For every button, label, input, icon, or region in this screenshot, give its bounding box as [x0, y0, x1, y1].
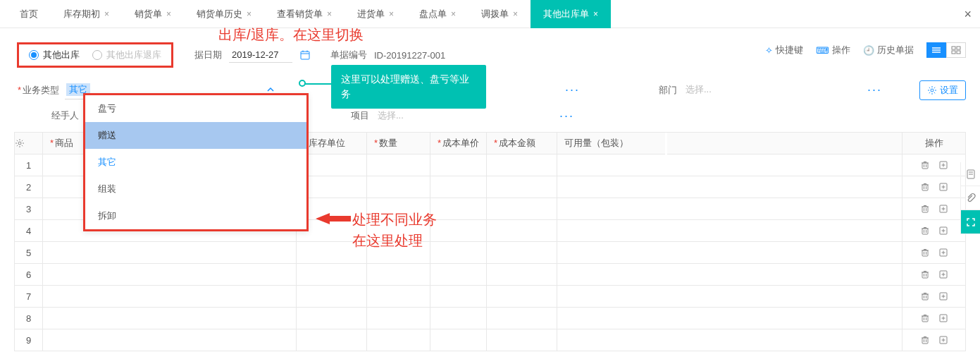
table-row[interactable]: 6: [15, 264, 966, 286]
cell-cost-amount[interactable]: [487, 154, 557, 176]
cell-qty[interactable]: [367, 198, 430, 220]
cell-qty[interactable]: [367, 264, 430, 286]
add-row-icon[interactable]: [938, 182, 948, 192]
project-select[interactable]: 选择...: [376, 107, 545, 126]
dropdown-option-disassemble[interactable]: 拆卸: [85, 202, 306, 229]
cell-cost-price[interactable]: [430, 154, 487, 176]
view-list-button[interactable]: [926, 42, 946, 58]
cell-cost-amount[interactable]: [487, 176, 557, 198]
col-settings[interactable]: [15, 133, 43, 154]
close-icon[interactable]: ×: [166, 9, 171, 19]
close-icon[interactable]: ×: [513, 9, 518, 19]
close-icon[interactable]: ×: [451, 9, 456, 19]
delete-row-icon[interactable]: [920, 160, 930, 170]
cell-qty[interactable]: [367, 176, 430, 198]
cell-cost-amount[interactable]: [487, 242, 557, 264]
tab-sales-history[interactable]: 销货单历史×: [184, 0, 264, 28]
delete-row-icon[interactable]: [920, 313, 930, 323]
delete-row-icon[interactable]: [920, 291, 930, 301]
tab-sales-order[interactable]: 销货单×: [122, 0, 184, 28]
add-row-icon[interactable]: [938, 248, 948, 257]
cell-product[interactable]: [43, 286, 297, 308]
delete-row-icon[interactable]: [920, 204, 930, 214]
tab-purchase[interactable]: 进货单×: [345, 0, 407, 28]
more-icon[interactable]: ···: [565, 83, 580, 97]
cell-cost-amount[interactable]: [487, 308, 557, 329]
rail-attachment-button[interactable]: [960, 186, 980, 210]
calendar-icon[interactable]: [299, 49, 311, 61]
dept-select[interactable]: 选择...: [684, 80, 853, 99]
cell-cost-price[interactable]: [430, 264, 487, 286]
tab-other-out[interactable]: 其他出库单×: [531, 0, 611, 28]
add-row-icon[interactable]: [938, 291, 948, 301]
add-row-icon[interactable]: [938, 313, 948, 323]
add-row-icon[interactable]: [938, 335, 948, 345]
rail-expand-button[interactable]: [960, 210, 980, 234]
add-row-icon[interactable]: [938, 269, 948, 279]
close-icon[interactable]: ×: [389, 9, 394, 19]
dropdown-option-other[interactable]: 其它: [85, 149, 306, 176]
cell-qty[interactable]: [367, 286, 430, 308]
dropdown-option-gift[interactable]: 赠送: [85, 122, 306, 149]
cell-qty[interactable]: [367, 220, 430, 242]
operate-link[interactable]: ⌨操作: [816, 44, 850, 56]
cell-unit[interactable]: [297, 308, 367, 329]
cell-product[interactable]: [43, 264, 297, 286]
cell-cost-amount[interactable]: [487, 329, 557, 351]
cell-product[interactable]: [43, 242, 297, 264]
delete-row-icon[interactable]: [920, 269, 930, 279]
history-link[interactable]: 🕘历史单据: [863, 44, 914, 56]
cell-cost-price[interactable]: [430, 220, 487, 242]
cell-unit[interactable]: [297, 286, 367, 308]
tab-transfer[interactable]: 调拨单×: [469, 0, 531, 28]
close-icon[interactable]: ×: [327, 9, 332, 19]
add-row-icon[interactable]: [938, 226, 948, 236]
delete-row-icon[interactable]: [920, 248, 930, 257]
cell-cost-price[interactable]: [430, 329, 487, 351]
cell-cost-price[interactable]: [430, 308, 487, 329]
cell-qty[interactable]: [367, 242, 430, 264]
table-row[interactable]: 9: [15, 329, 966, 351]
tab-inventory-init[interactable]: 库存期初×: [51, 0, 122, 28]
more-icon[interactable]: ···: [867, 83, 882, 97]
cell-product[interactable]: [43, 308, 297, 329]
more-icon[interactable]: ···: [559, 109, 574, 123]
add-row-icon[interactable]: [938, 204, 948, 214]
view-grid-button[interactable]: [946, 42, 966, 58]
cell-cost-price[interactable]: [430, 176, 487, 198]
cell-cost-amount[interactable]: [487, 220, 557, 242]
cell-cost-price[interactable]: [430, 198, 487, 220]
shortcut-link[interactable]: ✧快捷键: [765, 44, 803, 56]
rail-notes-button[interactable]: [960, 162, 980, 186]
close-all-icon[interactable]: ×: [964, 7, 972, 22]
delete-row-icon[interactable]: [920, 335, 930, 345]
cell-cost-amount[interactable]: [487, 198, 557, 220]
cell-product[interactable]: [43, 329, 297, 351]
date-input[interactable]: 2019-12-27: [229, 47, 292, 63]
tab-home[interactable]: 首页: [7, 0, 51, 28]
cell-unit[interactable]: [297, 329, 367, 351]
radio-other-out-return[interactable]: 其他出库退库: [92, 49, 161, 61]
dropdown-option-assemble[interactable]: 组装: [85, 176, 306, 202]
cell-qty[interactable]: [367, 154, 430, 176]
table-row[interactable]: 8: [15, 308, 966, 329]
cell-cost-amount[interactable]: [487, 264, 557, 286]
close-icon[interactable]: ×: [593, 9, 598, 19]
tab-view-sales[interactable]: 查看销货单×: [264, 0, 345, 28]
radio-other-out[interactable]: 其他出库: [29, 49, 80, 61]
table-row[interactable]: 5: [15, 242, 966, 264]
cell-cost-price[interactable]: [430, 242, 487, 264]
delete-row-icon[interactable]: [920, 226, 930, 236]
tab-stocktake[interactable]: 盘点单×: [407, 0, 469, 28]
dropdown-option-loss[interactable]: 盘亏: [85, 95, 306, 122]
cell-unit[interactable]: [297, 242, 367, 264]
cell-cost-price[interactable]: [430, 286, 487, 308]
add-row-icon[interactable]: [938, 160, 948, 170]
cell-qty[interactable]: [367, 329, 430, 351]
cell-cost-amount[interactable]: [487, 286, 557, 308]
cell-qty[interactable]: [367, 308, 430, 329]
close-icon[interactable]: ×: [104, 9, 109, 19]
table-row[interactable]: 7: [15, 286, 966, 308]
delete-row-icon[interactable]: [920, 182, 930, 192]
close-icon[interactable]: ×: [247, 9, 252, 19]
